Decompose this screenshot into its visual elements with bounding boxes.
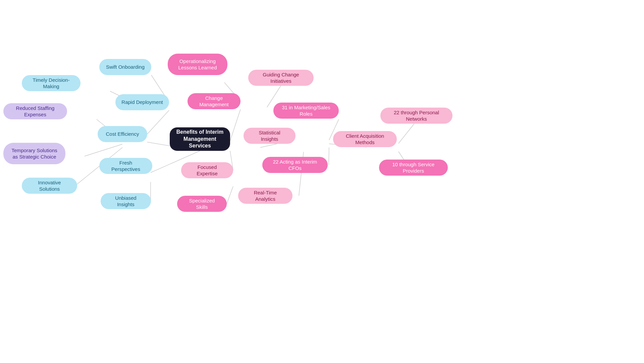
statistical-insights-label: Statistical Insights <box>250 129 289 142</box>
innovative-solutions-node: Innovative Solutions <box>22 178 77 194</box>
fresh-perspectives-label: Fresh Perspectives <box>105 160 146 173</box>
svg-line-5 <box>85 144 122 156</box>
swift-onboarding-label: Swift Onboarding <box>106 64 145 70</box>
guiding-change-label: Guiding Change Initiatives <box>254 71 308 84</box>
timely-decision-label: Timely Decision-Making <box>28 77 74 90</box>
change-management-label: Change Management <box>194 95 234 108</box>
acting-interim-cfos-node: 22 Acting as Interim CFOs <box>262 157 328 173</box>
focused-expertise-label: Focused Expertise <box>187 164 227 177</box>
real-time-analytics-node: Real-Time Analytics <box>238 188 292 204</box>
client-acquisition-label: Client Acquisition Methods <box>339 133 391 146</box>
innovative-solutions-label: Innovative Solutions <box>28 179 71 192</box>
unbiased-insights-node: Unbiased Insights <box>101 193 151 209</box>
change-management-node: Change Management <box>187 93 240 109</box>
timely-decision-node: Timely Decision-Making <box>22 75 80 91</box>
service-providers-label: 10 through Service Providers <box>385 161 442 174</box>
center-node: Benefits of Interim Management Services <box>170 127 230 151</box>
reduced-staffing-node: Reduced Staffing Expenses <box>3 103 67 119</box>
svg-line-14 <box>260 144 277 147</box>
svg-line-16 <box>329 147 329 165</box>
personal-networks-label: 22 through Personal Networks <box>386 109 446 122</box>
temporary-solutions-label: Temporary Solutions as Strategic Choice <box>9 147 59 160</box>
fresh-perspectives-node: Fresh Perspectives <box>99 158 152 174</box>
specialized-skills-node: Specialized Skills <box>177 196 227 212</box>
svg-line-10 <box>227 186 233 204</box>
reduced-staffing-label: Reduced Staffing Expenses <box>9 105 61 118</box>
marketing-sales-label: 31 in Marketing/Sales Roles <box>279 104 333 117</box>
temporary-solutions-node: Temporary Solutions as Strategic Choice <box>3 143 65 164</box>
focused-expertise-node: Focused Expertise <box>181 162 233 178</box>
svg-line-11 <box>230 109 240 141</box>
marketing-sales-node: 31 in Marketing/Sales Roles <box>273 103 339 119</box>
cost-efficiency-node: Cost Efficiency <box>98 126 147 142</box>
svg-line-1 <box>147 110 169 134</box>
personal-networks-node: 22 through Personal Networks <box>380 108 452 124</box>
swift-onboarding-node: Swift Onboarding <box>99 59 151 75</box>
real-time-analytics-label: Real-Time Analytics <box>244 189 286 202</box>
rapid-deployment-node: Rapid Deployment <box>115 94 169 110</box>
client-acquisition-node: Client Acquisition Methods <box>333 131 397 147</box>
cost-efficiency-label: Cost Efficiency <box>106 131 139 137</box>
svg-line-19 <box>398 124 414 143</box>
center-label: Benefits of Interim Management Services <box>176 129 224 149</box>
operationalizing-node: Operationalizing Lessons Learned <box>168 54 227 75</box>
specialized-skills-label: Specialized Skills <box>183 197 221 210</box>
operationalizing-label: Operationalizing Lessons Learned <box>174 58 221 71</box>
service-providers-node: 10 through Service Providers <box>379 160 448 176</box>
statistical-insights-node: Statistical Insights <box>244 128 296 144</box>
unbiased-insights-label: Unbiased Insights <box>107 195 145 208</box>
guiding-change-node: Guiding Change Initiatives <box>248 70 314 86</box>
acting-interim-cfos-label: 22 Acting as Interim CFOs <box>268 159 322 172</box>
rapid-deployment-label: Rapid Deployment <box>121 99 163 106</box>
